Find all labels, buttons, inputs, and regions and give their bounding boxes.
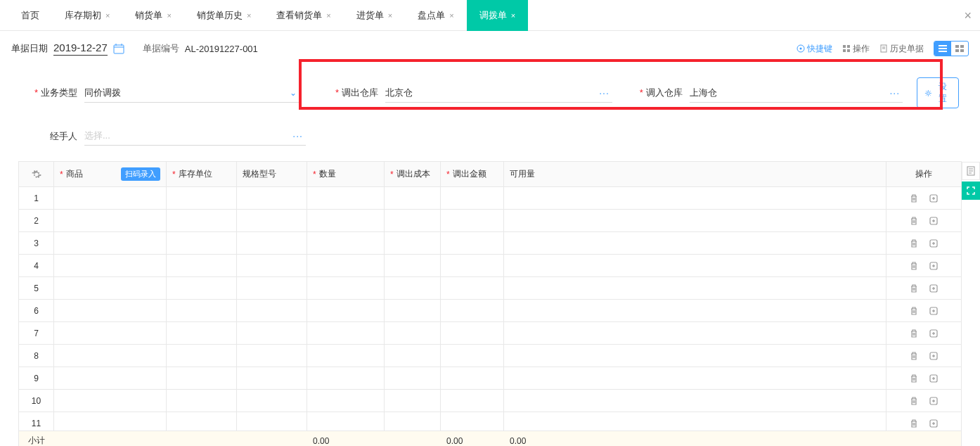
cell-qty[interactable]	[307, 300, 385, 321]
close-icon[interactable]: ×	[247, 11, 251, 20]
cell-qty[interactable]	[307, 412, 385, 431]
delete-icon[interactable]	[909, 374, 919, 383]
table-row[interactable]: 5	[19, 277, 961, 300]
table-row[interactable]: 6	[19, 300, 961, 322]
table-row[interactable]: 11	[19, 412, 961, 431]
delete-icon[interactable]	[909, 419, 919, 428]
cell-spec[interactable]	[237, 412, 307, 431]
cell-cost[interactable]	[385, 277, 441, 299]
tab-sales-order[interactable]: 销货单×	[122, 0, 183, 31]
cell-unit[interactable]	[167, 412, 237, 431]
add-row-icon[interactable]	[929, 261, 939, 271]
cell-amount[interactable]	[441, 322, 504, 344]
cell-product[interactable]	[54, 255, 167, 276]
cell-cost[interactable]	[385, 255, 441, 276]
table-row[interactable]: 8	[19, 345, 961, 367]
grid-view-button[interactable]	[951, 42, 968, 56]
cell-amount[interactable]	[441, 412, 504, 431]
close-icon[interactable]: ×	[388, 11, 392, 20]
delete-icon[interactable]	[909, 306, 919, 316]
delete-icon[interactable]	[909, 193, 919, 203]
cell-cost[interactable]	[385, 300, 441, 321]
cell-spec[interactable]	[237, 345, 307, 367]
close-icon[interactable]: ×	[511, 11, 515, 20]
in-warehouse-select[interactable]: 上海仓 ···	[690, 84, 903, 103]
cell-spec[interactable]	[237, 390, 307, 412]
cell-spec[interactable]	[237, 232, 307, 254]
cell-unit[interactable]	[167, 322, 237, 344]
cell-spec[interactable]	[237, 367, 307, 389]
cell-cost[interactable]	[385, 412, 441, 431]
operate-link[interactable]: 操作	[842, 43, 870, 55]
delete-icon[interactable]	[909, 238, 919, 248]
add-row-icon[interactable]	[929, 238, 939, 248]
cell-spec[interactable]	[237, 255, 307, 276]
cell-product[interactable]	[54, 412, 167, 431]
cell-cost[interactable]	[385, 210, 441, 231]
cell-qty[interactable]	[307, 210, 385, 231]
expand-rail-button[interactable]	[962, 181, 980, 200]
table-row[interactable]: 4	[19, 255, 961, 277]
cell-product[interactable]	[54, 277, 167, 299]
cell-cost[interactable]	[385, 345, 441, 367]
cell-product[interactable]	[54, 345, 167, 367]
table-row[interactable]: 3	[19, 232, 961, 255]
cell-unit[interactable]	[167, 277, 237, 299]
cell-unit[interactable]	[167, 210, 237, 231]
add-row-icon[interactable]	[929, 329, 939, 338]
settings-column[interactable]	[19, 162, 54, 186]
table-row[interactable]: 7	[19, 322, 961, 345]
list-view-button[interactable]	[934, 42, 951, 56]
cell-amount[interactable]	[441, 300, 504, 321]
cell-spec[interactable]	[237, 187, 307, 209]
tab-purchase[interactable]: 进货单×	[344, 0, 405, 31]
delete-icon[interactable]	[909, 396, 919, 406]
add-row-icon[interactable]	[929, 283, 939, 293]
cell-product[interactable]	[54, 232, 167, 254]
table-row[interactable]: 9	[19, 367, 961, 390]
handler-select[interactable]: 选择... ···	[84, 127, 306, 146]
notes-rail-button[interactable]	[962, 162, 980, 180]
cell-amount[interactable]	[441, 367, 504, 389]
cell-amount[interactable]	[441, 277, 504, 299]
cell-unit[interactable]	[167, 367, 237, 389]
cell-product[interactable]	[54, 322, 167, 344]
cell-cost[interactable]	[385, 390, 441, 412]
tab-transfer[interactable]: 调拨单×	[467, 0, 528, 31]
cell-unit[interactable]	[167, 232, 237, 254]
cell-cost[interactable]	[385, 367, 441, 389]
cell-amount[interactable]	[441, 232, 504, 254]
cell-product[interactable]	[54, 300, 167, 321]
delete-icon[interactable]	[909, 351, 919, 361]
add-row-icon[interactable]	[929, 216, 939, 226]
close-icon[interactable]: ×	[105, 11, 110, 20]
delete-icon[interactable]	[909, 283, 919, 293]
cell-amount[interactable]	[441, 345, 504, 367]
close-icon[interactable]: ×	[326, 11, 330, 20]
tab-sales-history[interactable]: 销货单历史×	[184, 0, 264, 31]
delete-icon[interactable]	[909, 329, 919, 338]
biz-type-select[interactable]: 同价调拨 ⌄	[84, 84, 301, 103]
calendar-icon[interactable]	[113, 43, 124, 54]
close-all-icon[interactable]: ×	[964, 8, 972, 23]
cell-spec[interactable]	[237, 210, 307, 231]
add-row-icon[interactable]	[929, 419, 939, 428]
cell-unit[interactable]	[167, 345, 237, 367]
cell-qty[interactable]	[307, 345, 385, 367]
shortcut-link[interactable]: 快捷键	[797, 43, 832, 55]
cell-product[interactable]	[54, 210, 167, 231]
cell-qty[interactable]	[307, 255, 385, 276]
cell-product[interactable]	[54, 187, 167, 209]
tab-stock-init[interactable]: 库存期初×	[52, 0, 122, 31]
cell-product[interactable]	[54, 367, 167, 389]
add-row-icon[interactable]	[929, 193, 939, 203]
cell-amount[interactable]	[441, 255, 504, 276]
cell-amount[interactable]	[441, 210, 504, 231]
cell-qty[interactable]	[307, 277, 385, 299]
add-row-icon[interactable]	[929, 306, 939, 316]
add-row-icon[interactable]	[929, 351, 939, 361]
table-row[interactable]: 1	[19, 187, 961, 210]
scan-badge[interactable]: 扫码录入	[121, 167, 160, 181]
cell-cost[interactable]	[385, 187, 441, 209]
cell-qty[interactable]	[307, 322, 385, 344]
